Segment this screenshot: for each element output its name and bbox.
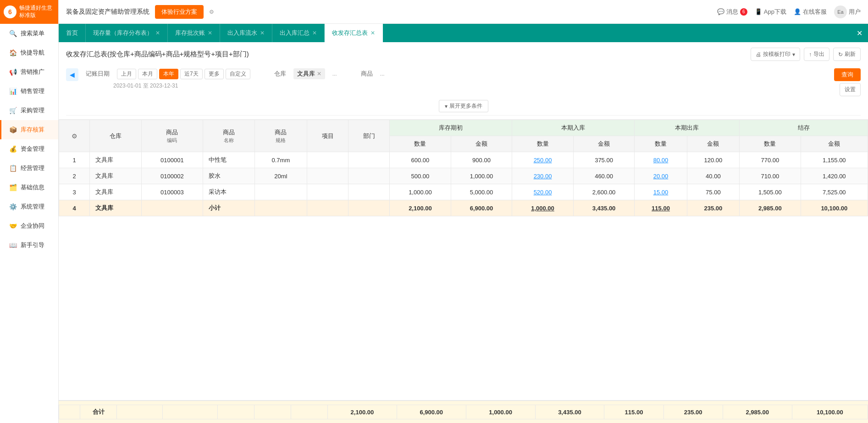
service-item[interactable]: 👤 在线客服 [794, 8, 827, 16]
logo-icon: 6 [4, 5, 17, 18]
th-in-amt: 金额 [573, 136, 635, 152]
footer-out-amt: 235.00 [663, 405, 723, 419]
th-closing: 结存 [740, 120, 868, 136]
tab-in-out-summary-close[interactable]: ✕ [312, 30, 317, 36]
row-in-qty[interactable]: 250.00 [512, 152, 574, 168]
sidebar-logo: 6 畅捷通好生意 标准版 [0, 0, 58, 24]
date-label: 记账日期 [86, 70, 110, 78]
row-project [307, 152, 348, 168]
tab-stock-dist-close[interactable]: ✕ [155, 30, 160, 36]
sidebar-label-marketing: 营销推广 [21, 68, 44, 76]
msg-badge: 6 [740, 8, 747, 16]
row-out-qty[interactable]: 80.00 [635, 152, 687, 168]
refresh-btn[interactable]: ↻ 刷新 [833, 48, 861, 61]
th-settings[interactable]: ⚙ [59, 120, 90, 152]
tab-in-out-summary[interactable]: 出入库汇总 ✕ [272, 24, 325, 42]
row-goods-code: 0100002 [142, 168, 203, 184]
tab-in-out-flow[interactable]: 出入库流水 ✕ [220, 24, 272, 42]
tab-batch-close[interactable]: ✕ [208, 30, 212, 36]
system-icon: ⚙️ [9, 203, 17, 211]
goods-more[interactable]: ... [380, 71, 385, 77]
row-department [348, 152, 390, 168]
user-label: 用户 [849, 8, 861, 16]
user-item[interactable]: Ea 用户 [834, 5, 861, 18]
inventory-icon: 📦 [9, 126, 17, 134]
logo-line1: 畅捷通好生意 [19, 5, 52, 12]
tab-in-out-flow-close[interactable]: ✕ [260, 30, 265, 36]
tab-stock-dist[interactable]: 现存量（库存分布表） ✕ [86, 24, 168, 42]
date-btn-this-year[interactable]: 本年 [159, 69, 178, 79]
date-btn-this-month[interactable]: 本月 [138, 69, 157, 79]
date-btn-last-month[interactable]: 上月 [117, 69, 136, 79]
row-out-amt: 235.00 [687, 200, 739, 216]
sidebar-item-base[interactable]: 🗂️ 基础信息 [0, 178, 58, 197]
row-opening-qty: 2,100.00 [390, 200, 451, 216]
marketing-icon: 📢 [9, 68, 17, 76]
collab-icon: 🤝 [9, 222, 17, 230]
sidebar-item-purchase[interactable]: 🛒 采购管理 [0, 101, 58, 120]
footer-row: 合计 2,100.00 6,900.00 1,000.00 3,435.00 1… [59, 405, 868, 419]
tab-bar-close-btn[interactable]: ✕ [851, 29, 868, 38]
row-goods-name: 中性笔 [203, 152, 254, 168]
data-table: ⚙ 仓库 商品编码 商品名称 商品规格 项目 部门 库存期初 本期入库 本期出库… [59, 120, 868, 216]
sidebar-item-finance[interactable]: 💰 资金管理 [0, 139, 58, 159]
row-out-qty: 115.00 [635, 200, 687, 216]
row-department [348, 168, 390, 184]
date-btn-custom[interactable]: 自定义 [226, 69, 250, 79]
sidebar-item-sales[interactable]: 📊 销售管理 [0, 82, 58, 101]
table-row: 2文具库0100002胶水20ml500.001,000.00230.00460… [59, 168, 868, 184]
tab-batch[interactable]: 库存批次账 ✕ [168, 24, 220, 42]
sidebar-item-guide[interactable]: 📖 新手引导 [0, 236, 58, 255]
row-opening-qty: 1,000.00 [390, 184, 451, 200]
sidebar-item-search[interactable]: 🔍 搜索菜单 [0, 24, 58, 43]
warehouse-label: 仓库 [274, 70, 286, 78]
export-btn[interactable]: ↑ 导出 [804, 48, 829, 61]
row-out-qty[interactable]: 20.00 [635, 168, 687, 184]
tab-recv-send[interactable]: 收发存汇总表 ✕ [325, 24, 383, 42]
warehouse-more[interactable]: ... [332, 71, 337, 77]
warehouse-tag-close[interactable]: ✕ [317, 71, 321, 77]
print-btn[interactable]: 🖨 按模板打印 ▾ [751, 48, 800, 61]
app-download-item[interactable]: 📱 App下载 [755, 8, 786, 16]
tab-recv-send-close[interactable]: ✕ [370, 30, 375, 36]
purchase-icon: 🛒 [9, 106, 17, 115]
row-in-qty[interactable]: 230.00 [512, 168, 574, 184]
date-btn-more[interactable]: 更多 [205, 69, 224, 79]
footer-closing-qty: 2,985.00 [723, 405, 792, 419]
sidebar-item-marketing[interactable]: 📢 营销推广 [0, 62, 58, 82]
row-department [348, 200, 390, 216]
footer-in-qty: 1,000.00 [466, 405, 535, 419]
tab-home[interactable]: 首页 [59, 24, 86, 42]
sidebar-item-inventory[interactable]: 📦 库存核算 [0, 120, 58, 139]
row-in-qty[interactable]: 520.00 [512, 184, 574, 200]
row-no: 4 [59, 200, 90, 216]
row-warehouse: 文具库 [90, 168, 142, 184]
filter-collapse-btn[interactable]: ◀ [66, 68, 78, 81]
footer-opening-amt: 6,900.00 [397, 405, 466, 419]
row-out-qty[interactable]: 15.00 [635, 184, 687, 200]
guide-icon: 📖 [9, 241, 17, 249]
expand-more-btn[interactable]: ▾ 展开更多条件 [439, 100, 488, 112]
sidebar-item-system[interactable]: ⚙️ 系统管理 [0, 197, 58, 216]
row-closing-amt: 1,155.00 [801, 152, 868, 168]
footer-out-qty: 115.00 [604, 405, 663, 419]
row-no: 3 [59, 184, 90, 200]
tab-in-out-summary-label: 出入库汇总 [280, 29, 310, 37]
filter-settings-btn[interactable]: 设置 [840, 83, 861, 96]
sidebar-item-collab[interactable]: 🤝 企业协同 [0, 216, 58, 236]
sidebar-item-operations[interactable]: 📋 经营管理 [0, 159, 58, 178]
tab-batch-label: 库存批次账 [175, 29, 205, 37]
tab-stock-dist-label: 现存量（库存分布表） [93, 29, 153, 37]
settings-gear-icon[interactable]: ⚙ [72, 132, 77, 140]
sidebar-label-quick: 快捷导航 [21, 49, 44, 57]
experience-btn[interactable]: 体验行业方案 [155, 5, 204, 19]
row-goods-code: 0100003 [142, 184, 203, 200]
row-project [307, 184, 348, 200]
query-btn[interactable]: 查询 [834, 68, 861, 81]
sidebar-item-quick[interactable]: 🏠 快捷导航 [0, 43, 58, 62]
date-btn-7days[interactable]: 近7天 [180, 69, 203, 79]
finance-icon: 💰 [9, 145, 17, 153]
msg-item[interactable]: 💬 消息 6 [717, 8, 747, 16]
table-row: 4文具库小计2,100.006,900.001,000.003,435.0011… [59, 200, 868, 216]
th-out: 本期出库 [635, 120, 740, 136]
